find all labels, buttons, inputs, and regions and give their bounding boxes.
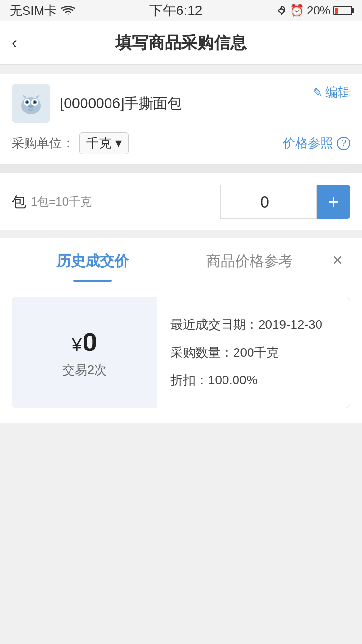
price-amount: ¥0 <box>72 327 97 357</box>
unit-label: 采购单位： <box>12 135 74 152</box>
product-unit-row: 采购单位： 千克 ▾ 价格参照 ? <box>12 132 350 154</box>
tab-content: ¥0 交易2次 最近成交日期：2019-12-30 采购数量：200千克 折扣：… <box>0 282 362 423</box>
status-icons: ⏰ 20% <box>276 4 352 17</box>
unit-badge: 包 <box>12 192 26 212</box>
product-header: [0000006]手撕面包 ✎ 编辑 <box>12 84 350 123</box>
price-card-right: 最近成交日期：2019-12-30 采购数量：200千克 折扣：100.00% <box>157 297 350 408</box>
edit-button[interactable]: ✎ 编辑 <box>313 84 350 101</box>
battery-percent: 20% <box>307 4 330 17</box>
quantity-row: 包 1包=10千克 + <box>0 173 362 230</box>
price-transactions: 交易2次 <box>62 362 107 378</box>
status-time: 下午6:12 <box>149 1 203 20</box>
svg-point-7 <box>34 101 36 103</box>
tabs-container: 历史成交价 商品价格参考 × ¥0 交易2次 最近成交日期：2019-12-30 <box>0 238 362 423</box>
back-button[interactable]: ‹ <box>12 33 17 53</box>
tab-product-price[interactable]: 商品价格参考 <box>171 238 327 282</box>
tab-history-price[interactable]: 历史成交价 <box>14 238 171 282</box>
svg-point-6 <box>26 101 28 103</box>
svg-marker-9 <box>23 95 26 98</box>
svg-marker-10 <box>36 95 39 98</box>
edit-icon: ✎ <box>313 86 322 99</box>
quantity-input-group: + <box>220 185 350 219</box>
price-card-left: ¥0 交易2次 <box>12 297 157 408</box>
product-card: [0000006]手撕面包 ✎ 编辑 采购单位： 千克 ▾ 价格参照 ? <box>0 74 362 164</box>
status-bar: 无SIM卡 下午6:12 ⏰ 20% <box>0 0 362 21</box>
page-title: 填写商品采购信息 <box>115 32 247 54</box>
status-carrier: 无SIM卡 <box>10 2 75 19</box>
section-divider <box>0 164 362 173</box>
alarm-icon: ⏰ <box>290 4 304 17</box>
tab-close-button[interactable]: × <box>328 245 348 275</box>
quantity-plus-button[interactable]: + <box>317 185 350 219</box>
price-detail-discount: 折扣：100.00% <box>170 370 336 391</box>
price-currency: ¥ <box>72 335 82 355</box>
product-logo <box>16 89 45 118</box>
unit-sub: 1包=10千克 <box>31 194 92 210</box>
battery-icon <box>333 6 352 15</box>
location-icon <box>276 5 287 16</box>
product-left: [0000006]手撕面包 <box>12 84 182 123</box>
chevron-down-icon: ▾ <box>115 136 122 151</box>
tabs-header: 历史成交价 商品价格参考 × <box>0 238 362 282</box>
help-icon: ? <box>337 137 350 150</box>
main-content: [0000006]手撕面包 ✎ 编辑 采购单位： 千克 ▾ 价格参照 ? <box>0 74 362 461</box>
svg-point-8 <box>28 105 34 108</box>
product-image <box>12 84 50 123</box>
price-detail-date: 最近成交日期：2019-12-30 <box>170 315 336 335</box>
quantity-label-group: 包 1包=10千克 <box>12 192 92 212</box>
price-detail-quantity: 采购数量：200千克 <box>170 343 336 363</box>
quantity-input[interactable] <box>220 185 317 219</box>
price-card: ¥0 交易2次 最近成交日期：2019-12-30 采购数量：200千克 折扣：… <box>12 297 350 408</box>
wifi-icon <box>61 5 75 16</box>
nav-bar: ‹ 填写商品采购信息 <box>0 21 362 65</box>
unit-selector[interactable]: 千克 ▾ <box>79 132 129 154</box>
product-name: [0000006]手撕面包 <box>60 94 182 113</box>
price-ref-button[interactable]: 价格参照 ? <box>283 135 350 152</box>
